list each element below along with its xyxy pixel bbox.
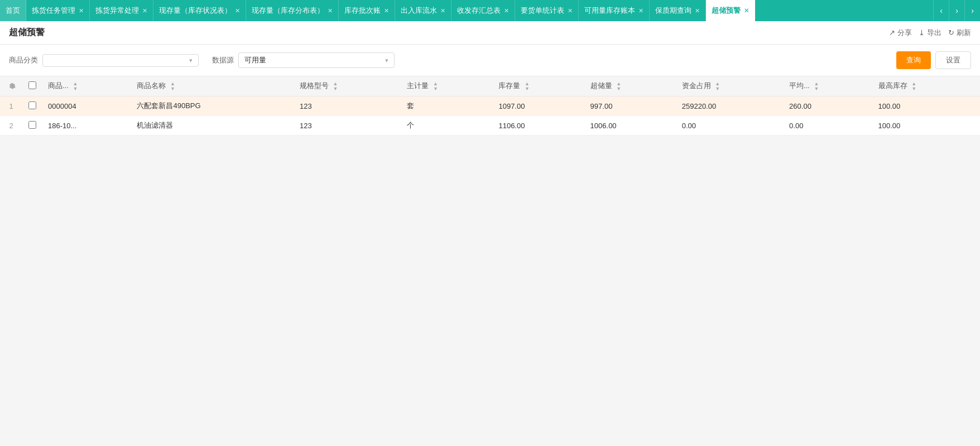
nav-item-label: 现存量（库存分布表）: [252, 6, 324, 16]
col-code-header[interactable]: 商品... ▲▼: [42, 76, 131, 96]
col-max-header[interactable]: 最高库存 ▲▼: [873, 76, 980, 96]
nav-item-1[interactable]: 拣货任务管理 ✕: [26, 0, 90, 21]
row-stock: 1106.00: [493, 116, 584, 135]
select-all-header[interactable]: [22, 76, 42, 96]
filter-area: 商品分类 ▾ 数据源 可用量 ▾ 查询 设置: [0, 45, 980, 76]
close-icon[interactable]: ✕: [79, 7, 84, 14]
row-checkbox-cell[interactable]: [22, 96, 42, 116]
col-stock-header[interactable]: 库存量 ▲▼: [493, 76, 584, 96]
nav-item-9[interactable]: 可用量库存账本 ✕: [579, 0, 650, 21]
table-header-row: 商品... ▲▼ 商品名称 ▲▼ 规格型号 ▲▼ 主计量 ▲▼ 库存量 ▲▼: [0, 76, 980, 96]
nav-item-6[interactable]: 出入库流水 ✕: [395, 0, 451, 21]
col-avg-label: 平均...: [789, 81, 810, 90]
table-row: 2 186-10... 机油滤清器 123 个 1106.00 1006.00 …: [0, 116, 980, 135]
sort-icon: ▲▼: [525, 81, 530, 91]
row-checkbox-cell[interactable]: [22, 116, 42, 135]
nav-item-label: 保质期查询: [655, 6, 691, 16]
table-container: 商品... ▲▼ 商品名称 ▲▼ 规格型号 ▲▼ 主计量 ▲▼ 库存量 ▲▼: [0, 76, 980, 135]
col-spec-header[interactable]: 规格型号 ▲▼: [294, 76, 401, 96]
sort-icon: ▲▼: [433, 81, 438, 91]
settings-button[interactable]: 设置: [935, 51, 971, 69]
share-button[interactable]: ↗ 分享: [889, 28, 912, 38]
filter-actions: 查询 设置: [896, 51, 971, 69]
nav-item-4[interactable]: 现存量（库存分布表） ✕: [246, 0, 339, 21]
row-capital: 259220.00: [676, 96, 784, 116]
row-over: 997.00: [585, 96, 676, 116]
page-title: 超储预警: [9, 27, 45, 38]
row-code: 186-10...: [42, 116, 131, 135]
data-table: 商品... ▲▼ 商品名称 ▲▼ 规格型号 ▲▼ 主计量 ▲▼ 库存量 ▲▼: [0, 76, 980, 135]
nav-item-label: 首页: [6, 6, 20, 16]
close-icon[interactable]: ✕: [695, 7, 700, 14]
share-label: 分享: [897, 28, 912, 38]
col-max-label: 最高库存: [878, 81, 907, 90]
nav-item-home[interactable]: 首页: [0, 0, 26, 21]
col-over-header[interactable]: 超储量 ▲▼: [585, 76, 676, 96]
datasource-filter-label: 数据源: [212, 55, 234, 65]
row-number: 1: [0, 96, 22, 116]
close-icon[interactable]: ✕: [568, 7, 573, 14]
close-icon[interactable]: ✕: [744, 7, 749, 14]
nav-menu-button[interactable]: ›: [964, 0, 980, 21]
refresh-button[interactable]: ↻ 刷新: [948, 28, 971, 38]
close-icon[interactable]: ✕: [328, 7, 333, 14]
page-header: 超储预警 ↗ 分享 ⤓ 导出 ↻ 刷新: [0, 21, 980, 45]
category-select[interactable]: ▾: [42, 54, 199, 67]
nav-item-label: 要货单统计表: [521, 6, 564, 16]
row-capital: 0.00: [676, 116, 784, 135]
row-max: 100.00: [873, 96, 980, 116]
col-name-header[interactable]: 商品名称 ▲▼: [131, 76, 294, 96]
nav-item-8[interactable]: 要货单统计表 ✕: [515, 0, 579, 21]
row-spec: 123: [294, 116, 401, 135]
category-filter-group: 商品分类 ▾: [9, 54, 199, 67]
nav-item-label: 库存批次账: [344, 6, 381, 16]
nav-item-10[interactable]: 保质期查询 ✕: [650, 0, 706, 21]
close-icon[interactable]: ✕: [440, 7, 445, 14]
gear-settings-header[interactable]: [0, 76, 22, 96]
nav-item-label: 拣货任务管理: [32, 6, 75, 16]
col-unit-header[interactable]: 主计量 ▲▼: [401, 76, 493, 96]
sort-icon: ▲▼: [333, 81, 338, 91]
nav-item-5[interactable]: 库存批次账 ✕: [339, 0, 395, 21]
chevron-down-icon: ▾: [385, 57, 388, 64]
sort-icon: ▲▼: [814, 81, 819, 91]
nav-item-label: 出入库流水: [401, 6, 437, 16]
datasource-select[interactable]: 可用量 ▾: [238, 52, 395, 68]
nav-item-7[interactable]: 收发存汇总表 ✕: [451, 0, 515, 21]
close-icon[interactable]: ✕: [504, 7, 509, 14]
row-checkbox[interactable]: [28, 101, 36, 109]
close-icon[interactable]: ✕: [235, 7, 240, 14]
refresh-label: 刷新: [957, 28, 971, 38]
row-checkbox[interactable]: [28, 121, 36, 129]
col-spec-label: 规格型号: [300, 81, 329, 90]
sort-icon: ▲▼: [616, 81, 621, 91]
sort-icon: ▲▼: [911, 81, 916, 91]
select-all-checkbox[interactable]: [28, 81, 36, 89]
close-icon[interactable]: ✕: [638, 7, 643, 14]
nav-next-button[interactable]: ›: [949, 0, 964, 21]
col-unit-label: 主计量: [407, 81, 429, 90]
row-avg: 0.00: [784, 116, 872, 135]
nav-item-3[interactable]: 现存量（库存状况表） ✕: [153, 0, 246, 21]
nav-item-11[interactable]: 超储预警 ✕: [706, 0, 755, 21]
nav-item-2[interactable]: 拣货异常处理 ✕: [90, 0, 153, 21]
row-spec: 123: [294, 96, 401, 116]
chevron-down-icon: ▾: [189, 57, 193, 64]
row-max: 100.00: [873, 116, 980, 135]
row-code: 0000004: [42, 96, 131, 116]
datasource-filter-group: 数据源 可用量 ▾: [212, 52, 395, 68]
sort-icon: ▲▼: [715, 81, 720, 91]
export-button[interactable]: ⤓ 导出: [919, 28, 941, 38]
category-filter-label: 商品分类: [9, 55, 38, 65]
datasource-select-value: 可用量: [244, 55, 266, 65]
sort-icon: ▲▼: [170, 81, 175, 91]
query-button[interactable]: 查询: [896, 51, 931, 69]
close-icon[interactable]: ✕: [142, 7, 147, 14]
export-icon: ⤓: [919, 28, 925, 37]
nav-item-label: 现存量（库存状况表）: [159, 6, 232, 16]
nav-prev-button[interactable]: ‹: [933, 0, 949, 21]
col-capital-header[interactable]: 资金占用 ▲▼: [676, 76, 784, 96]
nav-arrows: ‹ › ›: [933, 0, 980, 21]
col-avg-header[interactable]: 平均... ▲▼: [784, 76, 872, 96]
close-icon[interactable]: ✕: [384, 7, 389, 14]
